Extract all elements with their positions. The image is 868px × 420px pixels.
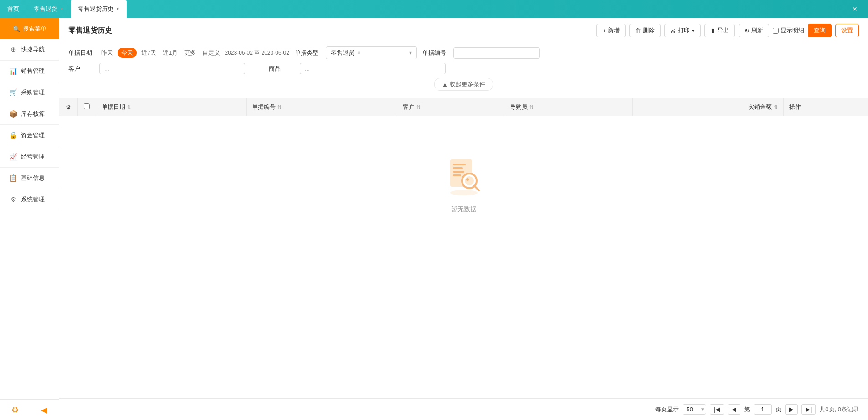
sidebar: 🔍 搜索菜单 ⊕ 快捷导航 📊 销售管理 🛒 采购管理 📦 库存核算 🔒: [0, 18, 59, 420]
page-label: 第: [744, 405, 750, 414]
settings-bottom-icon[interactable]: ⚙: [11, 405, 19, 415]
main-layout: 🔍 搜索菜单 ⊕ 快捷导航 📊 销售管理 🛒 采购管理 📦 库存核算 🔒: [0, 18, 868, 420]
shortcut-more[interactable]: 更多: [182, 48, 198, 58]
quick-nav-icon: ⊕: [9, 46, 17, 54]
voucher-no-input[interactable]: [453, 47, 540, 59]
tab-retail-return-history[interactable]: 零售退货历史 ×: [71, 0, 127, 18]
th-customer[interactable]: 客户 ⇅: [397, 98, 504, 116]
page-header: 零售退货历史 + 新增 🗑 删除 🖨 打印 ▾: [59, 18, 868, 98]
sidebar-menu: ⊕ 快捷导航 📊 销售管理 🛒 采购管理 📦 库存核算 🔒 资金管理 📈: [0, 39, 59, 399]
show-detail-checkbox[interactable]: [773, 28, 779, 34]
collapse-sidebar-icon[interactable]: ◀: [41, 405, 47, 415]
tab-retail-return[interactable]: 零售退货 ×: [26, 0, 71, 18]
shortcut-last-month[interactable]: 近1月: [161, 48, 180, 58]
tab-home[interactable]: 首页: [0, 0, 26, 18]
shortcut-last7[interactable]: 近7天: [139, 48, 158, 58]
filter-row-2: 客户 ... 商品 ...: [68, 63, 859, 74]
empty-text: 暂无数据: [451, 205, 477, 214]
page-number-input[interactable]: 1: [754, 404, 772, 415]
svg-rect-5: [453, 174, 461, 176]
date-sort-icon: ⇅: [127, 104, 131, 110]
next-page-button[interactable]: ▶: [785, 404, 798, 415]
new-label: 新增: [608, 26, 620, 35]
sidebar-item-quick-nav[interactable]: ⊕ 快捷导航: [0, 39, 59, 61]
shortcut-yesterday[interactable]: 昨天: [99, 48, 115, 58]
finance-icon: 🔒: [9, 131, 17, 139]
export-button[interactable]: ⬆ 导出: [704, 24, 735, 37]
customer-placeholder: ...: [104, 65, 109, 72]
collapse-button[interactable]: ▲ 收起更多条件: [434, 78, 493, 91]
th-date[interactable]: 单据日期 ⇅: [96, 98, 247, 116]
tab-home-label: 首页: [7, 5, 19, 13]
column-settings-icon[interactable]: ⚙: [66, 104, 71, 111]
sidebar-item-inventory[interactable]: 📦 库存核算: [0, 103, 59, 125]
th-voucher-no-label: 单据编号: [252, 103, 276, 111]
th-settings[interactable]: ⚙: [59, 98, 77, 116]
sidebar-search[interactable]: 🔍 搜索菜单: [0, 18, 59, 39]
page-title: 零售退货历史: [68, 26, 112, 36]
shortcut-custom[interactable]: 自定义: [200, 48, 222, 58]
delete-icon: 🗑: [635, 27, 641, 34]
goods-selector[interactable]: ...: [300, 63, 446, 74]
svg-rect-2: [453, 164, 466, 165]
filter-area: 单据日期 昨天 今天 近7天 近1月 更多 自定义 2023-06-02 至 2…: [68, 43, 859, 98]
prev-page-button[interactable]: ◀: [728, 404, 740, 415]
top-bar: 首页 零售退货 × 零售退货历史 × ×: [0, 0, 868, 18]
th-guide-label: 导购员: [510, 103, 528, 111]
tab-retail-return-close[interactable]: ×: [60, 6, 63, 12]
sales-mgmt-icon: 📊: [9, 67, 17, 75]
window-close-button[interactable]: ×: [848, 5, 861, 14]
page-size-select[interactable]: 50 10 20 100: [683, 404, 706, 415]
refresh-button[interactable]: ↻ 刷新: [739, 24, 769, 37]
settings-button[interactable]: 设置: [835, 24, 859, 37]
first-page-button[interactable]: |◀: [710, 404, 724, 415]
voucher-type-dropdown-icon[interactable]: ▾: [409, 50, 412, 56]
date-shortcuts: 昨天 今天 近7天 近1月 更多 自定义 2023-06-02 至 2023-0…: [99, 48, 289, 58]
per-page-label: 每页显示: [655, 405, 679, 414]
sidebar-item-purchase-mgmt[interactable]: 🛒 采购管理: [0, 82, 59, 103]
export-icon: ⬆: [710, 27, 715, 34]
sidebar-item-operations[interactable]: 📈 经营管理: [0, 146, 59, 168]
query-label: 查询: [814, 26, 826, 35]
svg-line-8: [474, 186, 479, 190]
tab-retail-return-history-close[interactable]: ×: [116, 6, 119, 12]
collapse-icon: ▲: [442, 81, 448, 88]
customer-filter-label: 客户: [68, 65, 94, 73]
purchase-mgmt-icon: 🛒: [9, 88, 17, 97]
print-button[interactable]: 🖨 打印 ▾: [664, 24, 701, 37]
last-page-button[interactable]: ▶|: [801, 404, 816, 415]
select-all-checkbox[interactable]: [84, 103, 90, 109]
collapse-row: ▲ 收起更多条件: [68, 78, 859, 91]
operations-icon: 📈: [9, 153, 17, 161]
sidebar-item-system-mgmt[interactable]: ⚙ 系统管理: [0, 189, 59, 210]
delete-button[interactable]: 🗑 删除: [629, 24, 661, 37]
voucher-type-clear-icon[interactable]: ×: [357, 50, 360, 56]
print-label: 打印: [678, 26, 690, 35]
sidebar-item-finance[interactable]: 🔒 资金管理: [0, 125, 59, 146]
table-body: 暂无数据: [59, 116, 868, 251]
sidebar-search-label: 搜索菜单: [23, 25, 46, 33]
shortcut-today[interactable]: 今天: [118, 48, 137, 58]
sidebar-item-operations-label: 经营管理: [21, 153, 45, 161]
svg-point-9: [466, 178, 469, 181]
svg-rect-4: [453, 171, 464, 173]
voucher-type-selector[interactable]: 零售退货 × ▾: [326, 46, 417, 59]
sidebar-item-basic-info-label: 基础信息: [21, 174, 45, 182]
customer-selector[interactable]: ...: [99, 63, 245, 74]
query-button[interactable]: 查询: [808, 24, 832, 37]
sidebar-item-quick-nav-label: 快捷导航: [21, 46, 45, 54]
voucher-type-label: 单据类型: [295, 49, 320, 57]
sidebar-item-sales-mgmt-label: 销售管理: [21, 67, 45, 75]
new-button[interactable]: + 新增: [596, 24, 626, 37]
pagination-bar: 每页显示 50 10 20 100 |◀ ◀ 第 1 页 ▶ ▶| 共0页, 0…: [59, 398, 868, 420]
sidebar-item-sales-mgmt[interactable]: 📊 销售管理: [0, 61, 59, 82]
settings-label: 设置: [841, 26, 853, 35]
show-detail-label[interactable]: 显示明细: [773, 26, 804, 35]
th-voucher-no[interactable]: 单据编号 ⇅: [247, 98, 397, 116]
tab-retail-return-label: 零售退货: [34, 5, 57, 13]
th-checkbox[interactable]: [77, 98, 96, 116]
sidebar-item-basic-info[interactable]: 📋 基础信息: [0, 168, 59, 189]
data-table: ⚙ 单据日期 ⇅ 单据编号: [59, 98, 868, 250]
th-guide[interactable]: 导购员 ⇅: [504, 98, 633, 116]
th-amount[interactable]: 实销金额 ⇅: [633, 98, 784, 116]
